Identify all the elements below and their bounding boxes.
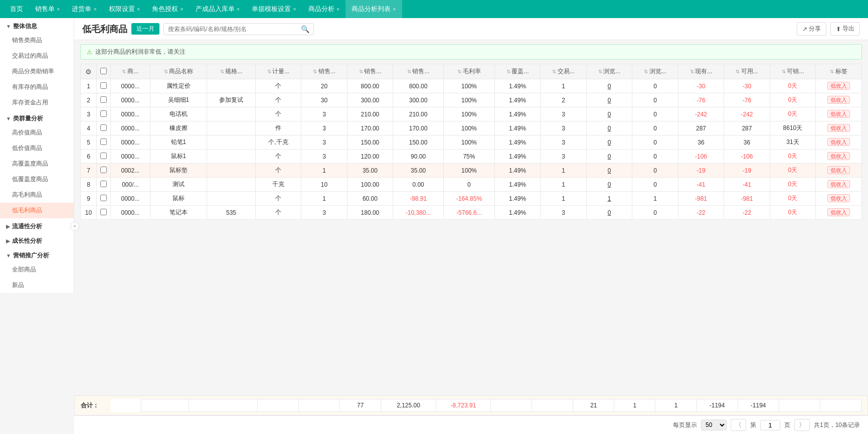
nav-role-auth[interactable]: 角色授权 ×	[146, 0, 189, 18]
cell-checkbox[interactable]	[97, 79, 111, 93]
page-number-input[interactable]	[760, 420, 780, 430]
nav-product-entry[interactable]: 产成品入库单 ×	[190, 0, 246, 18]
cell-view2: 0	[632, 206, 678, 220]
sidebar-group-cluster[interactable]: ▼ 类群量分析	[0, 110, 74, 125]
sidebar-item-sales-products[interactable]: 销售类商品	[0, 33, 74, 48]
row-checkbox[interactable]	[100, 195, 107, 201]
cell-checkbox[interactable]	[97, 93, 111, 107]
sidebar-item-low-coverage[interactable]: 低覆盖度商品	[0, 172, 74, 187]
th-tag[interactable]: 标签	[816, 64, 862, 79]
cell-view1[interactable]: 1	[586, 192, 632, 206]
th-available[interactable]: 可用...	[724, 64, 770, 79]
cell-view1[interactable]: 0	[586, 178, 632, 192]
th-checkbox[interactable]	[97, 64, 111, 79]
row-checkbox[interactable]	[100, 209, 107, 215]
sidebar-group-overall[interactable]: ▼ 整体信息	[0, 18, 74, 33]
th-sales-profit[interactable]: 销售...	[393, 64, 444, 79]
cell-checkbox[interactable]	[97, 150, 111, 164]
sidebar-item-low-margin[interactable]: 低毛利商品	[0, 203, 74, 218]
nav-template-settings[interactable]: 单据模板设置 ×	[246, 0, 302, 18]
prev-page-button[interactable]: 〈	[731, 419, 746, 431]
next-page-button[interactable]: 〉	[794, 419, 810, 431]
close-role-auth[interactable]: ×	[180, 6, 183, 12]
cell-checkbox[interactable]	[97, 107, 111, 121]
cell-checkbox[interactable]	[97, 164, 111, 178]
select-all-checkbox[interactable]	[100, 68, 107, 74]
close-permissions[interactable]: ×	[137, 6, 140, 12]
cell-checkbox[interactable]	[97, 121, 111, 135]
nav-product-analysis-list[interactable]: 商品分析列表 ×	[345, 0, 402, 18]
sidebar-item-capital-occupation[interactable]: 库存资金占用	[0, 95, 74, 110]
nav-sales-order[interactable]: 销售单 ×	[29, 0, 66, 18]
nav-purchase-order[interactable]: 进货单 ×	[66, 0, 102, 18]
search-icon[interactable]: 🔍	[301, 25, 309, 33]
row-checkbox[interactable]	[100, 138, 107, 145]
cell-view1[interactable]: 0	[586, 93, 632, 107]
th-view2[interactable]: 浏览...	[632, 64, 678, 79]
th-current-stock[interactable]: 现有...	[678, 64, 724, 79]
th-view1[interactable]: 浏览...	[586, 64, 632, 79]
close-product-entry[interactable]: ×	[237, 6, 240, 12]
cell-view1[interactable]: 0	[586, 79, 632, 93]
sidebar-group-growth[interactable]: ▶ 成长性分析	[0, 233, 74, 247]
row-checkbox[interactable]	[100, 124, 107, 131]
nav-product-analysis[interactable]: 商品分析 ×	[302, 0, 345, 18]
row-checkbox[interactable]	[100, 153, 107, 159]
cell-checkbox[interactable]	[97, 192, 111, 206]
cell-unit: 个	[255, 164, 301, 178]
sidebar-group-liquidity[interactable]: ▶ 流通性分析	[0, 218, 74, 233]
cell-current-stock: -76	[678, 93, 724, 107]
row-checkbox[interactable]	[100, 110, 107, 117]
cell-view1[interactable]: 0	[586, 135, 632, 150]
sidebar-item-low-value[interactable]: 低价值商品	[0, 140, 74, 156]
th-name[interactable]: 商品名称	[150, 64, 207, 79]
close-product-analysis-list[interactable]: ×	[393, 6, 396, 12]
sidebar-group-marketing[interactable]: ▼ 营销推广分析	[0, 247, 74, 262]
row-checkbox[interactable]	[100, 181, 107, 187]
th-coverage[interactable]: 覆盖...	[494, 64, 540, 79]
nav-home[interactable]: 首页	[4, 0, 29, 18]
close-purchase-order[interactable]: ×	[93, 6, 96, 12]
sidebar-item-high-margin[interactable]: 高毛利商品	[0, 187, 74, 203]
sidebar-item-stocked-products[interactable]: 有库存的商品	[0, 79, 74, 95]
cell-sales-amount: 170.00	[347, 121, 393, 135]
nav-permissions[interactable]: 权限设置 ×	[103, 0, 146, 18]
row-checkbox[interactable]	[100, 167, 107, 173]
cell-checkbox[interactable]	[97, 206, 111, 220]
close-template-settings[interactable]: ×	[293, 6, 296, 12]
close-product-analysis[interactable]: ×	[336, 6, 339, 12]
th-settings[interactable]: ⚙	[81, 64, 97, 79]
close-sales-order[interactable]: ×	[57, 6, 60, 12]
summary-available: -1194	[738, 399, 779, 412]
cell-view1[interactable]: 0	[586, 150, 632, 164]
cell-view1[interactable]: 0	[586, 206, 632, 220]
collapse-sidebar-button[interactable]: «	[70, 222, 79, 231]
sidebar-item-high-value[interactable]: 高价值商品	[0, 125, 74, 140]
th-code[interactable]: 商...	[111, 64, 150, 79]
export-button[interactable]: ⬆ 导出	[830, 22, 860, 36]
settings-icon[interactable]: ⚙	[85, 68, 92, 76]
sidebar-item-category-rate[interactable]: 商品分类助销率	[0, 64, 74, 79]
row-checkbox[interactable]	[100, 96, 107, 103]
cell-view1[interactable]: 0	[586, 107, 632, 121]
th-saleable[interactable]: 可销...	[770, 64, 815, 79]
cell-view1[interactable]: 0	[586, 121, 632, 135]
search-input[interactable]	[168, 26, 301, 33]
time-filter-button[interactable]: 近一月	[131, 23, 159, 35]
sidebar-item-high-coverage[interactable]: 高覆盖度商品	[0, 156, 74, 172]
cell-checkbox[interactable]	[97, 178, 111, 192]
sidebar-item-traded-products[interactable]: 交易过的商品	[0, 48, 74, 64]
per-page-select[interactable]: 50 100 200	[701, 419, 727, 430]
sidebar-item-new-products[interactable]: 新品	[0, 277, 74, 293]
share-button[interactable]: ↗ 分享	[797, 22, 826, 36]
row-checkbox[interactable]	[100, 82, 107, 89]
sidebar-item-all-products[interactable]: 全部商品	[0, 262, 74, 277]
th-unit[interactable]: 计量...	[255, 64, 301, 79]
th-gross-rate[interactable]: 毛利率	[444, 64, 495, 79]
cell-view1[interactable]: 0	[586, 164, 632, 178]
th-sales-qty[interactable]: 销售...	[301, 64, 347, 79]
cell-checkbox[interactable]	[97, 135, 111, 150]
th-trade[interactable]: 交易...	[541, 64, 586, 79]
th-spec[interactable]: 规格...	[207, 64, 256, 79]
th-sales-amount[interactable]: 销售...	[347, 64, 393, 79]
